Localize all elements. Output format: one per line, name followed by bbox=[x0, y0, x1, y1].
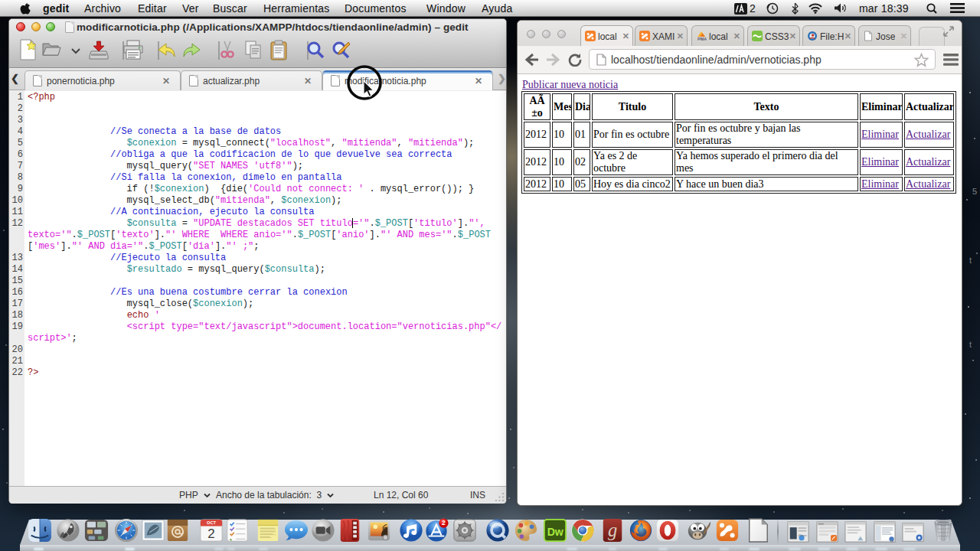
svg-text:2: 2 bbox=[442, 519, 446, 527]
svg-text:OCT: OCT bbox=[207, 520, 216, 525]
svg-text:Dw: Dw bbox=[547, 526, 564, 538]
svg-text:2: 2 bbox=[207, 527, 214, 541]
svg-text:PMA: PMA bbox=[697, 37, 707, 41]
svg-text:g: g bbox=[608, 520, 617, 540]
svg-text:iPhone: iPhone bbox=[799, 534, 807, 537]
